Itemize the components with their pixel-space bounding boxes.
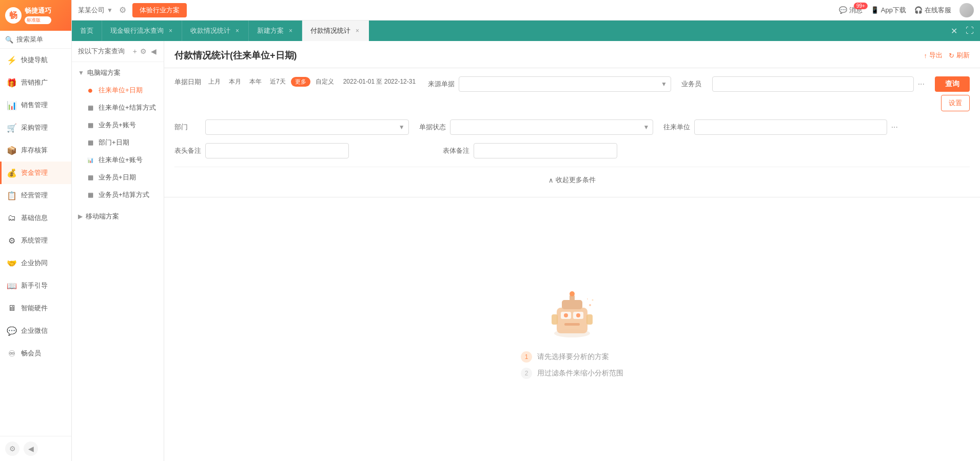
date-btn-this-month[interactable]: 本月 [226, 76, 244, 87]
user-avatar[interactable] [959, 3, 974, 17]
tab-receipt[interactable]: 收款情况统计 × [182, 21, 249, 41]
finance-icon: 💰 [7, 168, 17, 178]
online-service-btn[interactable]: 🎧 在线客服 [914, 6, 951, 15]
sidebar-item-enterprise[interactable]: 🤝 企业协同 [0, 252, 71, 274]
tab-new-scheme[interactable]: 新建方案 × [249, 21, 302, 41]
status-select[interactable] [450, 119, 654, 135]
basic-icon: 🗂 [7, 213, 17, 223]
sidebar-item-label: 系统管理 [21, 236, 48, 245]
sidebar-item-finance[interactable]: 💰 资金管理 [0, 162, 71, 184]
collapse-area: ∧ 收起更多条件 [174, 167, 970, 189]
scheme-item-label: 往来单位+日期 [99, 86, 143, 95]
app-title-block: 畅捷通巧 标准版 [25, 7, 51, 24]
scheme-add-btn[interactable]: + [133, 47, 137, 55]
collapse-more-btn[interactable]: ∧ 收起更多条件 [174, 171, 970, 189]
sidebar-item-basic[interactable]: 🗂 基础信息 [0, 207, 71, 229]
search-menu-label: 搜索菜单 [16, 35, 43, 44]
filter-area: 单据日期 上月 本月 本年 近7天 更多 自定义 2022-01-01 至 20… [164, 68, 980, 197]
tab-bank[interactable]: 现金银行流水查询 × [102, 21, 182, 41]
export-btn[interactable]: ↑ 导出 [924, 51, 943, 60]
query-btn[interactable]: 查询 [935, 76, 970, 92]
refresh-btn[interactable]: ↻ 刷新 [949, 51, 970, 60]
filter-settings-btn[interactable]: 设置 [941, 95, 970, 111]
svg-point-12 [589, 304, 591, 306]
dept-label: 部门 [174, 123, 201, 132]
sidebar-item-purchase[interactable]: 🛒 采购管理 [0, 116, 71, 139]
sidebar-item-member[interactable]: ♾ 畅会员 [0, 342, 71, 365]
date-btn-last-7d[interactable]: 近7天 [267, 76, 289, 87]
tab-new-scheme-close[interactable]: × [288, 26, 293, 35]
scheme-item-staff-settle[interactable]: ▦ 业务员+结算方式 [72, 186, 164, 204]
tab-payment-close[interactable]: × [355, 26, 360, 35]
sidebar-item-inventory[interactable]: 📦 库存核算 [0, 139, 71, 162]
scheme-panel-header: 按以下方案查询 + ⚙ ◀ [72, 41, 164, 62]
tab-bank-close[interactable]: × [168, 26, 173, 35]
sidebar-item-quick-nav[interactable]: ⚡ 快捷导航 [0, 49, 71, 71]
date-btn-last-month[interactable]: 上月 [205, 76, 224, 87]
scheme-settings-btn[interactable]: ⚙ [140, 47, 147, 55]
message-btn[interactable]: 💬 消息 99+ [839, 6, 863, 15]
body-note-input[interactable] [474, 143, 617, 158]
empty-hint-1: 1 请先选择要分析的方案 [521, 351, 623, 363]
hint-text-2: 用过滤条件来缩小分析范围 [537, 369, 623, 378]
date-btn-this-year[interactable]: 本年 [246, 76, 265, 87]
hint-text-1: 请先选择要分析的方案 [537, 352, 609, 362]
source-label: 来源单据 [428, 79, 455, 89]
sidebar-nav: ⚡ 快捷导航 🎁 营销推广 📊 销售管理 🛒 采购管理 📦 库存核算 💰 [0, 49, 71, 436]
footer-collapse-btn[interactable]: ◀ [24, 442, 38, 456]
mobile-scheme-header[interactable]: ▶ 移动端方案 [72, 208, 164, 225]
scheme-item-dept-date[interactable]: ▦ 部门+日期 [72, 134, 164, 151]
scheme-item-partner-date[interactable]: ● 往来单位+日期 [72, 82, 164, 99]
scheme-item-label: 部门+日期 [99, 138, 129, 147]
staff-input[interactable] [712, 76, 914, 92]
refresh-label: 刷新 [956, 51, 970, 60]
sidebar-item-marketing[interactable]: 🎁 营销推广 [0, 71, 71, 94]
partner-input[interactable] [694, 119, 887, 135]
app-download-btn[interactable]: 📱 App下载 [871, 6, 906, 15]
scheme-item-staff-date[interactable]: ▦ 业务员+日期 [72, 169, 164, 186]
topbar-settings-btn[interactable]: ⚙ [117, 3, 128, 17]
sidebar-item-guide[interactable]: 📖 新手引导 [0, 274, 71, 297]
desktop-scheme-section: ▼ 电脑端方案 ● 往来单位+日期 ▦ 往来单位+结算方式 ▦ 业务员+账号 [72, 62, 164, 206]
dept-select[interactable] [205, 119, 409, 135]
sidebar-item-wechat[interactable]: 💬 企业微信 [0, 319, 71, 342]
sidebar-item-label: 营销推广 [21, 78, 48, 87]
tab-home[interactable]: 首页 [72, 21, 102, 41]
message-icon: 💬 [839, 6, 847, 14]
svg-point-9 [570, 291, 575, 296]
date-btn-custom[interactable]: 自定义 [312, 76, 337, 87]
scheme-item-staff-account[interactable]: ▦ 业务员+账号 [72, 116, 164, 134]
scheme-item-partner-account[interactable]: 📊 往来单位+账号 [72, 151, 164, 169]
sidebar-item-sales[interactable]: 📊 销售管理 [0, 94, 71, 116]
tab-close-all-btn[interactable]: ✕ [949, 24, 959, 38]
company-selector[interactable]: 某某公司 ▼ [78, 6, 113, 15]
sidebar-item-system[interactable]: ⚙ 系统管理 [0, 229, 71, 252]
content-area: 按以下方案查询 + ⚙ ◀ ▼ 电脑端方案 ● 往来单位+日期 [72, 41, 980, 461]
desktop-section-label: 电脑端方案 [87, 68, 121, 77]
staff-dots[interactable]: ··· [918, 79, 925, 89]
topbar-right: 💬 消息 99+ 📱 App下载 🎧 在线客服 [839, 3, 974, 17]
scheme-item-icon-6: ▦ [86, 191, 94, 199]
source-select[interactable] [459, 76, 671, 92]
tab-fullscreen-btn[interactable]: ⛶ [964, 24, 976, 37]
sidebar-item-hardware[interactable]: 🖥 智能硬件 [0, 297, 71, 319]
scheme-item-partner-settle[interactable]: ▦ 往来单位+结算方式 [72, 99, 164, 116]
partner-dots[interactable]: ··· [891, 123, 898, 132]
tab-payment[interactable]: 付款情况统计 × [302, 21, 369, 41]
topbar: 某某公司 ▼ ⚙ 体验行业方案 💬 消息 99+ 📱 App下载 [72, 0, 980, 21]
trial-btn[interactable]: 体验行业方案 [132, 3, 187, 17]
scheme-collapse-btn[interactable]: ◀ [150, 46, 158, 56]
filter-row-2: 部门 ▼ 单据状态 [174, 119, 970, 135]
tab-receipt-close[interactable]: × [234, 26, 240, 35]
scheme-header-actions: + ⚙ ◀ [133, 46, 158, 56]
footer-settings-btn[interactable]: ⚙ [5, 442, 19, 456]
search-menu[interactable]: 🔍 搜索菜单 [0, 31, 71, 49]
sidebar-item-operation[interactable]: 📋 经营管理 [0, 184, 71, 207]
service-icon: 🎧 [914, 6, 923, 14]
desktop-scheme-header[interactable]: ▼ 电脑端方案 [72, 64, 164, 82]
empty-state: 1 请先选择要分析的方案 2 用过滤条件来缩小分析范围 [164, 197, 980, 461]
header-note-input[interactable] [205, 143, 349, 158]
date-btn-more[interactable]: 更多 [291, 77, 310, 87]
svg-point-5 [576, 313, 580, 317]
wechat-icon: 💬 [7, 326, 17, 336]
